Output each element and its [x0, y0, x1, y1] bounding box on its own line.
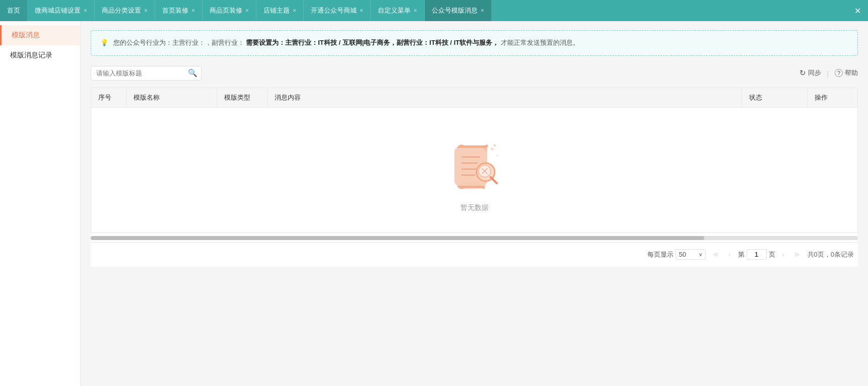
- divider: |: [827, 69, 829, 77]
- col-index: 序号: [91, 88, 126, 107]
- first-page-button[interactable]: ⊲: [710, 249, 722, 261]
- table-header-row: 序号 模版名称 模版类型 消息内容 状态 操作: [91, 88, 858, 107]
- search-right: ↻ 同步 | ? 帮助: [799, 68, 858, 78]
- close-all-button[interactable]: ✕: [847, 0, 868, 21]
- top-nav-item-3[interactable]: 首页装修×: [155, 0, 203, 21]
- svg-point-11: [496, 155, 498, 157]
- top-nav-label: 公众号模版消息: [432, 6, 478, 15]
- notice-prefix: 您的公众号行业为：主营行业：，副营行业：: [113, 39, 244, 46]
- prev-page-button[interactable]: ‹: [724, 249, 736, 261]
- tab-close-icon[interactable]: ×: [414, 7, 417, 14]
- top-nav-label: 开通公众号商城: [311, 6, 357, 15]
- top-nav-item-6[interactable]: 开通公众号商城×: [304, 0, 371, 21]
- top-nav-label: 商品页装修: [210, 6, 242, 15]
- tab-close-icon[interactable]: ×: [360, 7, 363, 14]
- horizontal-scrollbar[interactable]: [91, 236, 858, 240]
- sidebar-item-0[interactable]: 模版消息: [0, 25, 80, 45]
- tab-close-icon[interactable]: ×: [84, 7, 87, 14]
- svg-point-10: [491, 147, 494, 150]
- top-nav-label: 微商城店铺设置: [35, 6, 81, 15]
- top-nav-item-7[interactable]: 自定义菜单×: [371, 0, 425, 21]
- search-input-wrap: 🔍: [91, 66, 202, 81]
- empty-illustration: [444, 138, 505, 193]
- page-input[interactable]: [747, 249, 767, 260]
- dropdown-arrow-icon: ∨: [699, 252, 702, 257]
- sync-label: 同步: [808, 68, 821, 78]
- search-input[interactable]: [91, 66, 202, 81]
- empty-state: 暂无数据: [91, 108, 857, 233]
- top-nav-item-8[interactable]: 公众号模版消息×: [425, 0, 492, 21]
- top-nav-item-5[interactable]: 店铺主题×: [256, 0, 304, 21]
- page-label: 第: [738, 250, 745, 259]
- help-button[interactable]: ? 帮助: [835, 68, 858, 78]
- page-size-dropdown[interactable]: 50 ∨: [676, 249, 706, 260]
- sync-icon: ↻: [799, 68, 806, 78]
- col-action: 操作: [808, 88, 858, 107]
- total-info: 共0页，0条记录: [808, 250, 854, 259]
- tab-close-icon[interactable]: ×: [481, 7, 484, 14]
- svg-point-12: [494, 144, 496, 146]
- search-bar: 🔍 ↻ 同步 | ? 帮助: [91, 66, 858, 81]
- tab-close-icon[interactable]: ×: [293, 7, 296, 14]
- sidebar: 模版消息模版消息记录: [0, 21, 81, 386]
- pagination: 每页显示 50 ∨ ⊲ ‹ 第 页 › ⊳ 共0页，0条记录: [91, 242, 858, 267]
- notice-icon: 💡: [100, 39, 108, 46]
- col-type: 模版类型: [217, 88, 268, 107]
- sidebar-item-1[interactable]: 模版消息记录: [0, 45, 80, 65]
- notice-suffix: 才能正常发送预置的消息。: [501, 39, 579, 46]
- next-page-button[interactable]: ›: [777, 249, 789, 261]
- empty-text: 暂无数据: [91, 203, 857, 212]
- top-navigation: 首页微商城店铺设置×商品分类设置×首页装修×商品页装修×店铺主题×开通公众号商城…: [0, 0, 868, 21]
- top-nav-item-0[interactable]: 首页: [0, 0, 28, 21]
- data-table: 序号 模版名称 模版类型 消息内容 状态 操作: [91, 88, 858, 233]
- page-nav: ⊲ ‹ 第 页 › ⊳: [710, 249, 804, 261]
- top-nav-item-1[interactable]: 微商城店铺设置×: [28, 0, 95, 21]
- notice-box: 💡 您的公众号行业为：主营行业：，副营行业： 需要设置为：主营行业：IT科技 /…: [91, 30, 858, 56]
- help-icon: ?: [835, 69, 843, 77]
- scroll-thumb[interactable]: [91, 236, 704, 240]
- col-status: 状态: [742, 88, 808, 107]
- help-label: 帮助: [845, 68, 858, 78]
- page-unit: 页: [769, 250, 775, 259]
- search-icon[interactable]: 🔍: [188, 68, 197, 78]
- top-nav-label: 店铺主题: [263, 6, 290, 15]
- page-size-select: 每页显示 50 ∨: [647, 249, 706, 260]
- sync-button[interactable]: ↻ 同步: [799, 68, 821, 78]
- page-size-label: 每页显示: [647, 250, 674, 259]
- tab-close-icon[interactable]: ×: [245, 7, 249, 14]
- top-nav-item-2[interactable]: 商品分类设置×: [95, 0, 155, 21]
- page-size-value: 50: [679, 251, 686, 258]
- col-content: 消息内容: [268, 88, 742, 107]
- content-area: 💡 您的公众号行业为：主营行业：，副营行业： 需要设置为：主营行业：IT科技 /…: [81, 21, 868, 386]
- table-empty-row: 暂无数据: [91, 107, 858, 233]
- col-name: 模版名称: [126, 88, 217, 107]
- top-nav-label: 首页: [7, 6, 20, 15]
- last-page-button[interactable]: ⊳: [791, 249, 804, 261]
- top-nav-item-4[interactable]: 商品页装修×: [203, 0, 256, 21]
- top-nav-label: 商品分类设置: [102, 6, 141, 15]
- svg-line-7: [491, 177, 497, 183]
- notice-highlight: 需要设置为：主营行业：IT科技 / 互联网|电子商务，副营行业：IT科技 / I…: [246, 39, 499, 46]
- search-left: 🔍: [91, 66, 202, 81]
- top-nav-label: 首页装修: [162, 6, 188, 15]
- tab-close-icon[interactable]: ×: [144, 7, 148, 14]
- main-layout: 模版消息模版消息记录 💡 您的公众号行业为：主营行业：，副营行业： 需要设置为：…: [0, 21, 868, 386]
- top-nav-label: 自定义菜单: [378, 6, 411, 15]
- tab-close-icon[interactable]: ×: [191, 7, 195, 14]
